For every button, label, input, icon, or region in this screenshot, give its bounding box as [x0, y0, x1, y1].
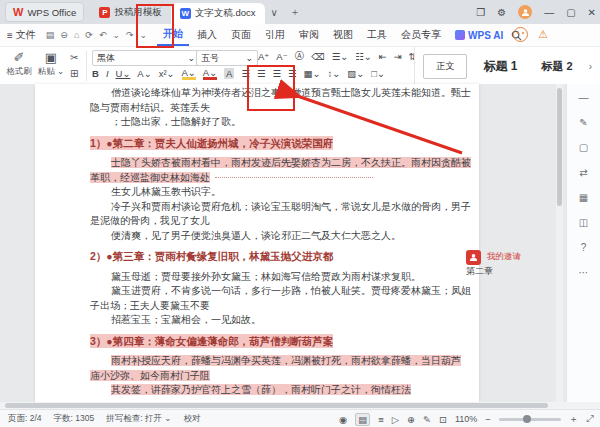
vertical-scrollbar-thumb[interactable] [557, 88, 562, 206]
ribbon-tab-插入[interactable]: 插入 [191, 25, 223, 45]
align-center-icon[interactable]: ☰ [257, 68, 266, 79]
clear-format-icon[interactable]: ⌫ [311, 51, 324, 62]
doc-paragraph[interactable]: 僧道谈论绛珠仙草为神瑛侍者还泪之事。僧道预言甄士隐女儿英莲未能知道。甄士 [90, 86, 462, 101]
select-tool-icon[interactable]: ▢ [579, 142, 588, 153]
align-left-icon[interactable]: ☰ [241, 68, 250, 79]
cut-icon[interactable]: ✂ [70, 52, 78, 63]
maximize-button[interactable]: ▢ [566, 7, 575, 18]
strikethrough-button[interactable]: A⌄ [137, 68, 151, 79]
file-menu-button[interactable]: ≡ 文件 [7, 28, 36, 42]
increase-indent-icon[interactable]: ⇥ [394, 51, 402, 62]
spellcheck-status[interactable]: 拼写检查: 打开 ⌄ [106, 413, 171, 425]
italic-button[interactable]: I [106, 68, 109, 79]
page-indicator[interactable]: 页面: 2/4 [8, 413, 42, 425]
doc-paragraph[interactable]: 其发签，讲薛家乃护官符上之雪（薛），雨村听门子之计，徇情枉法 [90, 383, 462, 398]
calendar-icon[interactable]: ▦ [579, 192, 588, 203]
restore-layout-icon[interactable]: ❐ [476, 7, 485, 18]
redo-caret-icon[interactable]: ⌄ [140, 30, 148, 40]
ribbon-tab-页面[interactable]: 页面 [225, 25, 257, 45]
settings-gear-icon[interactable]: ⚙ [497, 7, 506, 18]
wps-ai-button[interactable]: WPS AI [455, 30, 503, 41]
ribbon-tab-视图[interactable]: 视图 [327, 25, 359, 45]
underline-button[interactable]: U⌄ [116, 68, 131, 79]
redo-icon[interactable]: ↷ [126, 30, 134, 40]
align-right-icon[interactable]: ☰ [273, 68, 282, 79]
read-mode-icon[interactable]: ▷ [392, 414, 399, 425]
more-icon[interactable]: ⋯ [579, 267, 589, 278]
decrease-font-icon[interactable]: A⁻ [276, 51, 287, 62]
horizontal-scrollbar-thumb[interactable] [5, 403, 548, 408]
justify-icon[interactable]: ☰ [288, 68, 297, 79]
document-text[interactable]: 僧道谈论绛珠仙草为神瑛侍者还泪之事。僧道预言甄士隐女儿英莲未能知道。甄士隐与贾雨… [90, 86, 462, 398]
warning-icon[interactable]: ⚠ [538, 28, 548, 41]
font-size-select[interactable]: 五号 ⌄ [196, 50, 258, 66]
tab-list-caret-icon[interactable]: ∨ [265, 7, 284, 18]
edit-pen-icon[interactable]: ✎ [579, 117, 587, 128]
feedback-smiley-icon[interactable] [513, 27, 528, 42]
bullet-list-icon[interactable]: ☰⌄ [332, 51, 348, 62]
shading-fill-icon[interactable]: ▨⌄ [347, 68, 364, 79]
doc-paragraph[interactable]: 雨村补授应天府，薛蟠与冯渊争买英莲，冯渊被打死，雨村欲拿薛蟠，当日葫芦 [90, 354, 462, 369]
sync-icon[interactable]: ⟳ [85, 30, 93, 40]
doc-paragraph[interactable]: 黛玉进贾府，不肯多说一句话，多行一步路，怕被人耻笑。贾母疼爱林黛玉；凤姐 [90, 284, 462, 299]
outline-view-icon[interactable]: ≡ [378, 414, 384, 425]
preview-icon[interactable]: ⌂ [74, 30, 79, 40]
ribbon-tab-开始[interactable]: 开始 [157, 24, 189, 46]
page-view-icon[interactable]: ▤ [355, 413, 370, 426]
increase-font-icon[interactable]: A⁺ [258, 51, 269, 62]
document-tab-active[interactable]: W 文字文稿.docx [171, 3, 265, 24]
decrease-indent-icon[interactable]: ⇤ [379, 51, 387, 62]
style-标题 1[interactable]: 标题 1 [475, 54, 525, 79]
ribbon-tab-工具[interactable]: 工具 [361, 25, 393, 45]
word-count[interactable]: 字数: 1305 [54, 413, 95, 425]
undo-caret-icon[interactable]: ⌄ [112, 30, 120, 40]
comment-bubble[interactable]: 我的邀请 第二章 [466, 250, 561, 277]
highlight-color-button[interactable]: A⌄ [182, 67, 196, 80]
proofread-button[interactable]: 校对 [183, 413, 200, 425]
undo-icon[interactable]: ↶ [99, 30, 107, 40]
eye-protection-icon[interactable]: ◉ [339, 414, 347, 425]
zoom-out-button[interactable]: − [485, 414, 491, 425]
doc-paragraph[interactable]: 冷子兴和贾雨村谈论贾府危机；谈论宝玉聪明淘气，常说女儿是水做的骨肉，男子 [90, 200, 462, 215]
columns-icon[interactable]: ▦⌄ [304, 68, 321, 79]
doc-heading[interactable]: 2）●第三章：贾雨村夤缘复旧职，林黛玉抛父进京都 [90, 249, 462, 264]
doc-paragraph[interactable]: 便清爽，见了男子便觉浊臭逼人，谈论邪正二气及大仁大恶之人。 [90, 229, 462, 244]
bold-button[interactable]: B [92, 68, 99, 79]
paste-button[interactable]: ▣ 粘贴 ⌄ [36, 50, 66, 78]
doc-paragraph[interactable]: ；士隐出家，士隐解好了歌。 [90, 115, 462, 130]
superscript-button[interactable]: x²⌄ [159, 68, 175, 79]
doc-paragraph[interactable]: 士隐丫头娇杏被雨村看中，雨村发迹后先娶娇杏为二房，不久扶正。雨村因贪酷被 [90, 156, 462, 171]
doc-paragraph[interactable]: 是泥做的骨肉，我见了女儿 [90, 214, 462, 229]
collapse-sidebar-icon[interactable]: — [579, 92, 589, 103]
font-color-button[interactable]: A⌄ [203, 67, 217, 80]
zoom-slider-thumb[interactable] [523, 415, 531, 423]
doc-paragraph[interactable]: 庙小沙弥、如今雨村门子阻 [90, 369, 462, 384]
number-list-icon[interactable]: ☷⌄ [355, 51, 371, 62]
format-painter-button[interactable]: ✐ 格式刷 [4, 50, 34, 78]
doc-paragraph[interactable]: 隐与贾雨村结识。英莲丢失 [90, 101, 462, 116]
styles-more-button[interactable]: › [589, 61, 598, 72]
zoom-in-button[interactable]: ＋ [569, 413, 579, 426]
fullscreen-icon[interactable]: ⤢ [586, 413, 594, 425]
doc-paragraph[interactable]: 招惹宝玉；宝黛相会，一见如故。 [90, 313, 462, 328]
wps-home-button[interactable]: W WPS Office [5, 2, 84, 22]
user-avatar[interactable] [518, 5, 532, 19]
new-tab-button[interactable]: ＋ [284, 5, 306, 19]
doc-paragraph[interactable]: 子出场；王夫人要黛玉不要 [90, 299, 462, 314]
web-view-icon[interactable]: ⊕ [407, 414, 415, 425]
apps-icon[interactable]: ◫ [579, 217, 588, 228]
print-icon[interactable]: ⊖ [60, 30, 68, 40]
text-effects-icon[interactable]: Ⓐ [295, 50, 305, 63]
close-button[interactable]: ✕ [588, 7, 596, 18]
share-icon[interactable]: ⇄ [579, 167, 587, 178]
ribbon-tab-会员专享[interactable]: 会员专享 [395, 25, 447, 45]
zoom-slider[interactable] [499, 418, 561, 421]
copy-icon[interactable]: ⊞ [70, 68, 78, 79]
doc-heading[interactable]: 3）●第四章：薄命女偏逢薄命郎，葫芦僧判断葫芦案 [90, 334, 462, 349]
minimize-button[interactable]: — [544, 7, 554, 18]
style-标题 2[interactable]: 标题 2 [533, 55, 580, 78]
ribbon-tab-审阅[interactable]: 审阅 [293, 25, 325, 45]
save-icon[interactable]: ▤ [46, 30, 55, 40]
doc-paragraph[interactable]: 革职，经巡盐御史林如海处 [90, 171, 462, 186]
doc-heading[interactable]: 1）●第二章：贾夫人仙逝扬州城，冷子兴演说荣国府 [90, 136, 462, 151]
